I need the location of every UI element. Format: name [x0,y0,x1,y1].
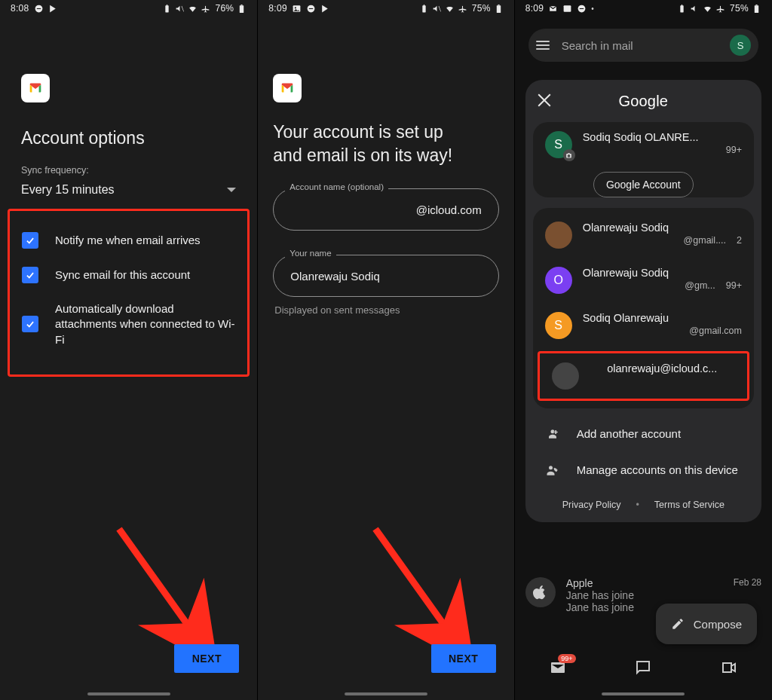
mail-sender: Apple [566,577,593,589]
screen-account-switcher: 8:09 • 75% Search in mail S [515,0,772,700]
airplane-icon [458,4,467,14]
dnd-icon [34,4,44,14]
svg-line-11 [375,529,451,634]
next-button[interactable]: NEXT [174,644,239,673]
nav-meet-icon[interactable] [720,659,738,680]
battery-saver-icon [162,4,172,14]
camera-badge-icon [563,149,575,161]
avatar: O [545,267,572,294]
image-icon [292,4,302,14]
checkbox-checked[interactable] [22,267,38,283]
option-auto-download[interactable]: Automatically download attachments when … [20,292,237,356]
terms-link[interactable]: Terms of Service [654,500,725,510]
mute-icon [690,4,700,14]
primary-account-row[interactable]: S Sodiq Sodiq OLANRE... 99+ [533,122,754,167]
sync-frequency-value: Every 15 minutes [21,183,115,197]
annotation-arrow [112,521,217,657]
gmail-logo [273,74,302,102]
other-accounts-card: Olanrewaju Sodiq @gmail.... 2 O Olanrewa… [533,208,754,408]
clock: 8:09 [268,3,287,14]
profile-avatar[interactable]: S [730,35,751,56]
screen-account-setup: 8:09 75% Your account is set upand email… [257,0,514,700]
battery-percent: 76% [215,3,234,14]
account-email: @gmail.com [689,326,742,336]
svg-point-6 [295,7,296,8]
svg-rect-9 [496,5,500,13]
svg-point-17 [549,466,553,470]
option-sync-email[interactable]: Sync email for this account [20,258,237,292]
policy-row: Privacy Policy • Terms of Service [525,489,761,522]
clock: 8:08 [11,3,29,14]
account-row[interactable]: S Sodiq Olanrewaju @gmail.com [533,303,754,348]
compose-label: Compose [694,618,742,631]
svg-rect-15 [755,5,758,13]
account-row-icloud[interactable]: olanrewaju@icloud.c... [540,353,747,399]
search-bar[interactable]: Search in mail S [528,29,758,62]
battery-saver-icon [419,4,429,14]
mute-icon [432,4,442,14]
nav-chat-icon[interactable] [634,659,652,680]
option-notify[interactable]: Notify me when email arrives [20,223,237,258]
primary-account-card: S Sodiq Sodiq OLANRE... 99+ Google Accou… [533,122,754,197]
battery-icon [752,4,761,14]
apple-icon [525,577,556,607]
page-title: Account options [21,128,236,148]
home-indicator[interactable] [345,692,427,695]
add-account-row[interactable]: Add another account [525,416,761,452]
checkbox-checked[interactable] [22,316,38,332]
status-bar: 8:08 76% [0,0,257,15]
compose-button[interactable]: Compose [656,604,757,644]
svg-rect-16 [755,5,757,5]
svg-rect-1 [36,8,40,8]
add-account-label: Add another account [577,426,681,442]
battery-percent: 75% [472,3,491,14]
account-name-value: @icloud.com [416,203,482,216]
page-title: Your account is set upand email is on it… [273,121,498,167]
search-placeholder: Search in mail [562,39,718,52]
svg-rect-3 [241,5,243,5]
next-button[interactable]: NEXT [431,644,496,673]
account-row[interactable]: Olanrewaju Sodiq @gmail.... 2 [533,212,754,258]
your-name-field[interactable]: Your name Olanrewaju Sodiq [273,255,498,297]
unread-count: 99+ [726,145,742,155]
wifi-icon [445,4,455,14]
battery-saver-icon [677,4,687,14]
privacy-policy-link[interactable]: Privacy Policy [562,500,621,510]
account-name: Sodiq Olanrewaju [583,312,742,324]
manage-accounts-row[interactable]: Manage accounts on this device [525,452,761,488]
battery-percent: 75% [730,3,749,14]
airplane-icon [715,4,725,14]
manage-accounts-icon [545,463,560,478]
home-indicator[interactable] [87,692,170,695]
mute-icon [175,4,185,14]
account-email: @gmail.... [684,235,726,246]
account-name-field[interactable]: Account name (optional) @icloud.com [273,188,498,231]
chevron-down-icon [227,188,236,192]
hamburger-icon[interactable] [536,41,550,50]
bottom-nav: 99+ [515,652,772,686]
google-account-button[interactable]: Google Account [593,172,694,197]
clock: 8:09 [525,3,544,14]
nav-mail-icon[interactable]: 99+ [549,659,567,680]
status-bar: 8:09 • 75% [515,0,772,15]
pencil-icon [671,617,685,631]
airplane-icon [201,4,210,14]
avatar [552,362,579,390]
home-indicator[interactable] [602,692,685,695]
svg-line-4 [119,529,195,634]
svg-rect-2 [240,5,244,13]
option-sync-label: Sync email for this account [55,267,190,283]
checkbox-checked[interactable] [22,232,38,249]
gmail-logo [21,74,50,102]
your-name-value: Olanrewaju Sodiq [290,270,379,283]
play-icon [48,4,58,14]
avatar: S [545,131,572,158]
account-switcher-panel: Google S Sodiq Sodiq OLANRE... 99+ Googl… [525,80,761,522]
sync-frequency-dropdown[interactable]: Every 15 minutes [21,183,236,197]
svg-rect-8 [309,8,313,8]
avatar: S [545,312,572,339]
close-icon[interactable] [536,92,553,109]
highlight-box: olanrewaju@icloud.c... [538,351,749,401]
account-name: Sodiq Sodiq OLANRE... [583,131,742,143]
account-row[interactable]: O Olanrewaju Sodiq @gm... 99+ [533,258,754,303]
